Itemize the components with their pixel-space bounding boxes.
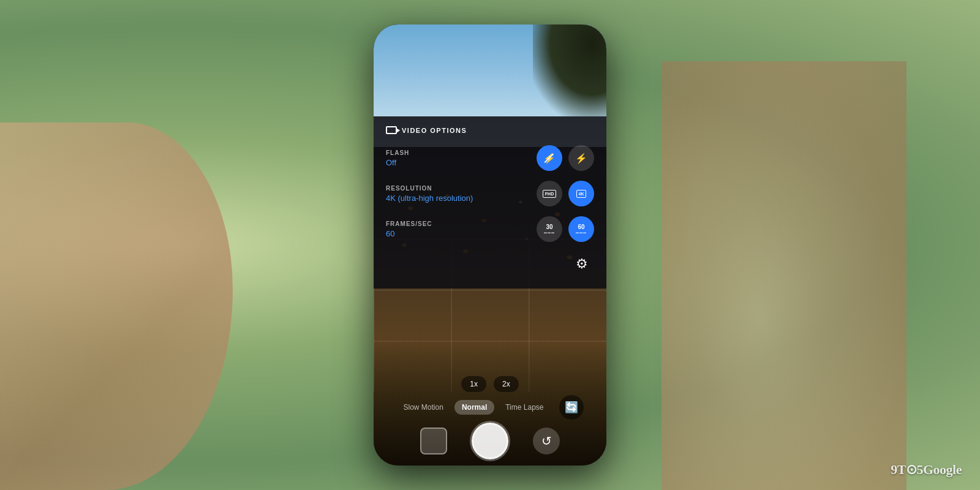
panel-title-row: VIDEO OPTIONS [386,126,594,134]
slow-motion-mode[interactable]: Slow Motion [396,400,451,415]
4k-icon: 4K [576,190,587,198]
flip-camera-button[interactable]: 🔄 [559,395,584,420]
watermark: 9T⊙5Google [891,462,962,478]
zoom-2x-button[interactable]: 2x [494,376,519,392]
right-hand [662,61,907,490]
flash-value: Off [386,158,537,167]
flash-option-left: FLASH Off [386,149,537,167]
shutter-button[interactable] [472,423,508,459]
mode-selector: Slow Motion Normal Time Lapse 🔄 [374,395,606,420]
normal-mode[interactable]: Normal [454,400,494,415]
resolution-buttons: FHD 4K [537,181,594,206]
30fps-icon: 30 ▬▬▬ [544,224,555,234]
tree-silhouette [533,24,606,116]
flip-camera-icon: 🔄 [565,401,578,414]
gallery-thumbnail[interactable] [420,428,447,454]
frames-option-left: FRAMES/SEC 60 [386,221,537,238]
time-lapse-mode[interactable]: Time Lapse [498,400,551,415]
flash-buttons: ⚡ ⚡ [537,145,594,171]
fhd-button[interactable]: FHD [537,181,562,206]
settings-row: ⚙ [386,252,594,276]
flash-on-icon: ⚡ [575,153,587,164]
fhd-icon: FHD [543,190,556,198]
60fps-icon: 60 ▬▬▬ [576,224,587,234]
bottom-area: 1x 2x Slow Motion Normal Time Lapse 🔄 ↺ [374,343,606,466]
frames-option-row: FRAMES/SEC 60 30 ▬▬▬ 60 ▬▬▬ [386,216,594,242]
zoom-controls: 1x 2x [374,376,606,392]
flash-off-button[interactable]: ⚡ [537,145,562,171]
resolution-value: 4K (ultra-high resolution) [386,194,537,203]
60fps-button[interactable]: 60 ▬▬▬ [568,216,594,242]
zoom-1x-button[interactable]: 1x [461,376,486,392]
resolution-option-row: RESOLUTION 4K (ultra-high resolution) FH… [386,181,594,206]
phone-device: VIDEO OPTIONS FLASH Off ⚡ ⚡ [374,24,606,466]
frames-value: 60 [386,229,537,238]
settings-button[interactable]: ⚙ [570,252,594,276]
shutter-area: ↺ [374,423,606,459]
switch-camera-icon: ↺ [541,434,552,448]
4k-button[interactable]: 4K [568,181,594,206]
video-options-panel: VIDEO OPTIONS FLASH Off ⚡ ⚡ [374,116,606,288]
30fps-button[interactable]: 30 ▬▬▬ [537,216,562,242]
flash-label: FLASH [386,149,537,156]
frames-buttons: 30 ▬▬▬ 60 ▬▬▬ [537,216,594,242]
panel-title: VIDEO OPTIONS [402,127,467,134]
watermark-text: 9T⊙5Google [891,462,962,477]
flash-off-icon: ⚡ [543,153,556,164]
flash-option-row: FLASH Off ⚡ ⚡ [386,145,594,171]
gear-icon: ⚙ [576,256,588,272]
resolution-label: RESOLUTION [386,185,537,192]
resolution-option-left: RESOLUTION 4K (ultra-high resolution) [386,185,537,203]
frames-label: FRAMES/SEC [386,221,537,227]
flash-on-button[interactable]: ⚡ [568,145,594,171]
video-camera-icon [386,126,397,134]
switch-camera-button[interactable]: ↺ [533,428,560,454]
